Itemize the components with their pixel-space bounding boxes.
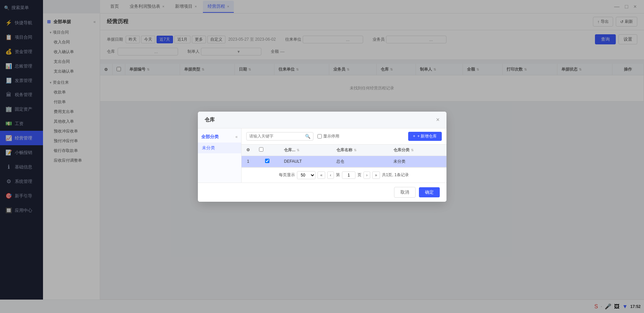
- search-icon: 🔍: [305, 134, 310, 139]
- modal-main: 🔍 显示停用 + + 新增仓库: [242, 128, 446, 183]
- modal-th-settings[interactable]: ⚙: [242, 145, 255, 156]
- cancel-button[interactable]: 取消: [394, 187, 416, 198]
- modal-th-checkbox[interactable]: [255, 145, 280, 156]
- plus-icon: +: [413, 134, 415, 139]
- modal-footer: 取消 确定: [198, 183, 446, 202]
- show-disabled-checkbox[interactable]: [317, 134, 322, 139]
- modal-toolbar: 🔍 显示停用 + + 新增仓库: [242, 128, 446, 145]
- modal-body: 全部分类 « 未分类 🔍 显示停用: [198, 128, 446, 183]
- modal-last-page[interactable]: »: [372, 171, 380, 179]
- row-code: DEFAULT: [280, 156, 332, 167]
- modal-title: 仓库: [205, 117, 215, 123]
- table-row[interactable]: 1 DEFAULT 总仓 未分类: [242, 156, 446, 167]
- modal-sidebar-toggle[interactable]: «: [235, 134, 238, 139]
- modal-page-label: 第: [336, 172, 340, 178]
- modal-next-page[interactable]: ›: [363, 171, 370, 179]
- modal-th-code: 仓库... ⇅: [280, 145, 332, 156]
- modal-page-input[interactable]: [342, 171, 355, 179]
- modal-all-category: 全部分类: [201, 134, 219, 140]
- row-checkbox[interactable]: [255, 156, 280, 167]
- modal-overlay[interactable]: 仓库 × 全部分类 « 未分类 🔍: [0, 0, 644, 313]
- modal-search-input[interactable]: [249, 134, 303, 139]
- modal-table: ⚙ 仓库... ⇅ 仓库名称 ⇅ 仓库分类 ⇅: [242, 145, 446, 167]
- modal-sidebar: 全部分类 « 未分类: [198, 128, 242, 183]
- row-name: 总仓: [332, 156, 389, 167]
- modal-page-suffix: 页: [357, 172, 361, 178]
- show-disabled-label: 显示停用: [317, 133, 339, 139]
- warehouse-modal: 仓库 × 全部分类 « 未分类 🔍: [198, 112, 446, 202]
- confirm-button[interactable]: 确定: [419, 187, 440, 197]
- modal-sidebar-header[interactable]: 全部分类 «: [198, 131, 241, 143]
- modal-per-page-select[interactable]: 50 100: [297, 171, 315, 179]
- modal-prev-page[interactable]: ‹: [327, 171, 334, 179]
- modal-close-button[interactable]: ×: [436, 116, 440, 123]
- modal-select-all[interactable]: [259, 147, 263, 152]
- modal-per-page-label: 每页显示: [279, 172, 295, 178]
- modal-first-page[interactable]: «: [317, 171, 325, 179]
- modal-table-wrap: ⚙ 仓库... ⇅ 仓库名称 ⇅ 仓库分类 ⇅: [242, 145, 446, 167]
- modal-sidebar-item-uncategorized[interactable]: 未分类: [198, 143, 241, 153]
- row-id: 1: [242, 156, 255, 167]
- modal-total: 共1页, 1条记录: [382, 172, 409, 178]
- modal-search-wrap: 🔍: [246, 132, 313, 141]
- modal-header: 仓库 ×: [198, 112, 446, 128]
- row-category: 未分类: [389, 156, 446, 167]
- modal-th-category: 仓库分类 ⇅: [389, 145, 446, 156]
- add-warehouse-button[interactable]: + + 新增仓库: [408, 132, 441, 141]
- modal-th-name: 仓库名称 ⇅: [332, 145, 389, 156]
- modal-pagination: 每页显示 50 100 « ‹ 第 页 › » 共1页, 1条记录: [242, 167, 446, 183]
